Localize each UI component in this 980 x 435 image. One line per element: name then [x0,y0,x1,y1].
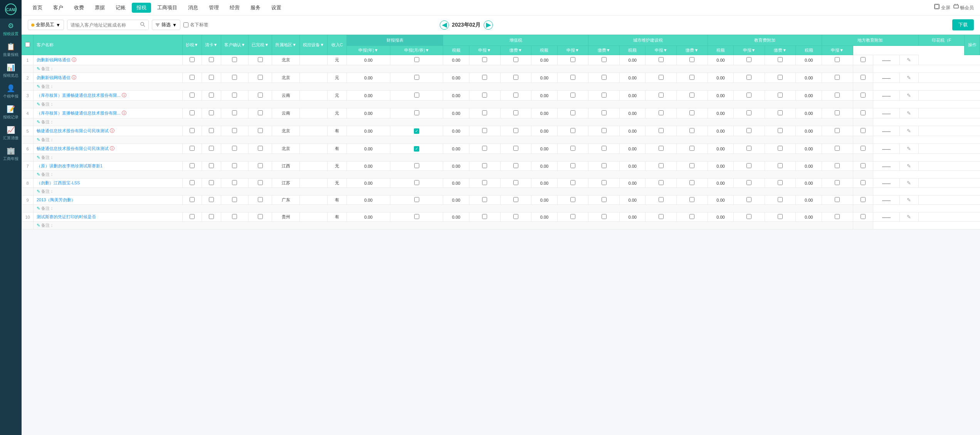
edu-fee-checkbox[interactable] [689,93,694,98]
stamp-fee-checkbox[interactable] [861,163,866,168]
edit-icon[interactable]: ✎ [907,110,911,116]
client-name-link[interactable]: （库存核算）直播畅捷通信息技术股份有限... [37,93,121,98]
edu-fee-checkbox[interactable] [689,110,694,115]
local-edu-report-checkbox[interactable] [746,57,751,62]
paid-tax-checkbox[interactable] [258,214,263,219]
city-report-checkbox[interactable] [570,214,575,219]
client-confirm-checkbox[interactable] [232,110,237,115]
edu-report-checkbox[interactable] [659,128,664,133]
local-edu-report-checkbox[interactable] [746,146,751,151]
city-report-checkbox[interactable] [570,163,575,168]
stamp-report-checkbox[interactable] [835,180,840,185]
note-edit-icon[interactable]: ✎ [37,189,40,194]
stamp-fee-checkbox[interactable] [861,180,866,185]
edit-icon[interactable]: ✎ [907,197,911,203]
local-edu-fee-checkbox[interactable] [778,197,783,202]
stamp-fee-checkbox[interactable] [861,93,866,98]
city-report-checkbox[interactable] [570,75,575,80]
nav-client[interactable]: 客户 [49,3,68,13]
local-edu-report-checkbox[interactable] [746,128,751,133]
city-report-checkbox[interactable] [570,93,575,98]
vat-fee-checkbox[interactable] [513,163,518,168]
edit-icon[interactable]: ✎ [907,128,911,134]
stamp-fee-checkbox[interactable] [861,128,866,133]
copy-tax-checkbox[interactable] [190,128,195,133]
stamp-report-checkbox[interactable] [835,146,840,151]
city-fee-checkbox[interactable] [602,93,607,98]
city-report-checkbox[interactable] [570,128,575,133]
vat-report-checkbox[interactable] [482,57,487,62]
client-name-link[interactable]: 勿删新锐网络通信 [37,57,71,62]
local-edu-fee-checkbox[interactable] [778,163,783,168]
vat-report-checkbox[interactable] [482,75,487,80]
stamp-fee-checkbox[interactable] [861,197,866,202]
local-edu-report-checkbox[interactable] [746,75,751,80]
edit-icon[interactable]: ✎ [907,93,911,98]
paid-tax-checkbox[interactable] [258,128,263,133]
edu-report-checkbox[interactable] [659,180,664,185]
sidebar-item-batch-tax[interactable]: 📋 批量报税 [0,39,22,60]
edit-icon[interactable]: ✎ [907,163,911,169]
nav-home[interactable]: 首页 [28,3,47,13]
city-fee-checkbox[interactable] [602,146,607,151]
stamp-report-checkbox[interactable] [835,197,840,202]
local-edu-report-checkbox[interactable] [746,197,751,202]
clear-card-checkbox[interactable] [209,93,214,98]
row-checkbox[interactable] [414,93,419,98]
table-container[interactable]: 客户名称 抄税▼ 清卡▼ 客户确认▼ 已完税▼ 所属地区▼ 税控设备▼ 收入C … [22,35,980,435]
warning-icon[interactable]: ⓘ [110,128,114,133]
local-edu-fee-checkbox[interactable] [778,146,783,151]
stamp-fee-checkbox[interactable] [861,57,866,62]
sidebar-item-personal-tax[interactable]: 👤 个税申报 [0,81,22,102]
paid-tax-checkbox[interactable] [258,75,263,80]
row-checkbox[interactable] [414,180,419,185]
row-checkbox[interactable] [414,163,419,168]
edu-report-checkbox[interactable] [659,110,664,115]
paid-tax-checkbox[interactable] [258,110,263,115]
local-edu-fee-checkbox[interactable] [778,180,783,185]
city-fee-checkbox[interactable] [602,110,607,115]
member-btn[interactable]: 畅会员 [953,4,974,11]
stamp-report-checkbox[interactable] [835,163,840,168]
local-edu-report-checkbox[interactable] [746,180,751,185]
local-edu-fee-checkbox[interactable] [778,214,783,219]
client-confirm-checkbox[interactable] [232,128,237,133]
nav-message[interactable]: 消息 [183,3,203,13]
edu-report-checkbox[interactable] [659,146,664,151]
row-checkbox[interactable] [414,214,419,219]
copy-tax-checkbox[interactable] [190,214,195,219]
copy-tax-checkbox[interactable] [190,93,195,98]
sidebar-item-summary[interactable]: 📈 汇算清缴 [0,123,22,143]
clear-card-checkbox[interactable] [209,57,214,62]
employee-select[interactable]: 全部员工 ▼ [28,20,64,30]
edu-report-checkbox[interactable] [659,163,664,168]
city-fee-checkbox[interactable] [602,214,607,219]
client-name-link[interactable]: （原）误删勿改李艳珍测试斯赛新1 [37,164,103,168]
sidebar-item-tax-view[interactable]: 📊 报税览总 [0,60,22,81]
note-edit-icon[interactable]: ✎ [37,206,40,211]
clear-card-checkbox[interactable] [209,75,214,80]
client-name-link[interactable]: 畅捷通信息技术股份有限公司民珠测试 [37,146,109,151]
copy-tax-checkbox[interactable] [190,57,195,62]
client-confirm-checkbox[interactable] [232,146,237,151]
client-confirm-checkbox[interactable] [232,57,237,62]
stamp-fee-checkbox[interactable] [861,214,866,219]
stamp-fee-checkbox[interactable] [861,146,866,151]
client-confirm-checkbox[interactable] [232,93,237,98]
edu-report-checkbox[interactable] [659,75,664,80]
city-fee-checkbox[interactable] [602,75,607,80]
city-report-checkbox[interactable] [570,197,575,202]
vat-report-checkbox[interactable] [482,128,487,133]
city-report-checkbox[interactable] [570,146,575,151]
vat-report-checkbox[interactable] [482,197,487,202]
select-all-checkbox[interactable] [25,42,30,47]
star-label-checkbox[interactable]: 名下标签 [183,22,208,28]
vat-report-checkbox[interactable] [482,180,487,185]
local-edu-report-checkbox[interactable] [746,163,751,168]
client-name-link[interactable]: （勿删）江西股宝-LSS [37,180,80,185]
edu-fee-checkbox[interactable] [689,146,694,151]
city-report-checkbox[interactable] [570,180,575,185]
vat-fee-checkbox[interactable] [513,110,518,115]
sidebar-item-tax-record[interactable]: 📝 报税记录 [0,102,22,123]
nav-accounting[interactable]: 记账 [111,3,130,13]
